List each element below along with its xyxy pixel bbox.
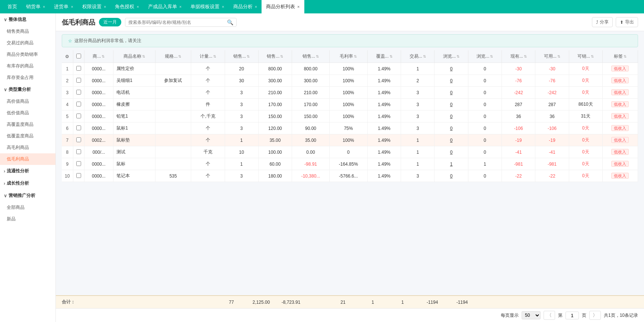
nav-home[interactable]: 首页 — [3, 0, 22, 13]
nav-sales-close[interactable]: × — [43, 4, 45, 9]
col-trade[interactable]: 交易...⇅ — [401, 50, 435, 63]
export-button[interactable]: ⬆ 导出 — [616, 17, 638, 27]
row-browse1[interactable]: 0 — [435, 63, 468, 75]
row-code: 0002... — [84, 134, 113, 146]
nav-role-close[interactable]: × — [137, 4, 139, 9]
sidebar-group-flow[interactable]: ›流通性分析 — [0, 165, 55, 177]
row-name[interactable]: 鼠标垫 — [113, 134, 155, 146]
sidebar-item-new-goods[interactable]: 新品 — [0, 213, 55, 225]
col-browse1[interactable]: 浏览...⇅ — [435, 50, 468, 63]
row-checkbox[interactable] — [76, 114, 81, 118]
nav-sales[interactable]: 销货单 × — [22, 0, 49, 13]
sidebar-group-overall[interactable]: ∨整体信息 — [0, 13, 55, 26]
row-name[interactable]: 吴细细1 — [113, 75, 155, 87]
nav-purchase-close[interactable]: × — [71, 4, 73, 9]
nav-template-close[interactable]: × — [222, 4, 224, 9]
col-sale2[interactable]: 销售...⇅ — [258, 50, 292, 63]
sidebar-item-high-coverage[interactable]: 高覆盖度商品 — [0, 119, 55, 130]
row-name[interactable]: 橡皮擦 — [113, 99, 155, 111]
col-tag[interactable]: 标签⇅ — [602, 50, 638, 63]
nav-analysis-list-close[interactable]: × — [297, 4, 299, 9]
sidebar-item-low-margin[interactable]: 低毛利商品 — [0, 153, 55, 165]
row-browse1[interactable]: 0 — [435, 87, 468, 99]
share-button[interactable]: ⤴ 分享 — [592, 17, 613, 27]
sidebar-item-low-coverage[interactable]: 低覆盖度商品 — [0, 130, 55, 142]
row-name[interactable]: 属性定价 — [113, 63, 155, 75]
sidebar-group-growth[interactable]: ›成长性分析 — [0, 177, 55, 189]
search-icon[interactable]: 🔍 — [227, 19, 233, 25]
row-checkbox[interactable] — [76, 102, 81, 106]
period-button[interactable]: 近一月 — [99, 18, 121, 26]
nav-analysis-list[interactable]: 商品分析列表 × — [262, 0, 304, 13]
row-no: 4 — [62, 99, 73, 111]
select-all-checkbox[interactable] — [76, 54, 81, 58]
col-stock2[interactable]: 可用...⇅ — [535, 50, 569, 63]
sidebar-item-high-value[interactable]: 高价值商品 — [0, 96, 55, 107]
col-coverage[interactable]: 覆盖...⇅ — [367, 50, 401, 63]
sidebar-item-low-value[interactable]: 低价值商品 — [0, 107, 55, 119]
row-browse1[interactable]: 0 — [435, 99, 468, 111]
nav-analysis-close[interactable]: × — [255, 4, 257, 9]
row-browse1[interactable]: 0 — [435, 122, 468, 134]
sidebar-item-in-stock[interactable]: 有库存的商品 — [0, 60, 55, 72]
nav-role[interactable]: 角色授权 × — [110, 0, 143, 13]
row-checkbox[interactable] — [76, 90, 81, 95]
row-checkbox[interactable] — [76, 137, 81, 142]
col-margin[interactable]: 毛利率⇅ — [329, 50, 367, 63]
row-browse1[interactable]: 0 — [435, 170, 468, 182]
sidebar-item-capital[interactable]: 库存资金占用 — [0, 72, 55, 83]
row-browse1[interactable]: 0 — [435, 134, 468, 146]
nav-permission-close[interactable]: × — [104, 4, 106, 9]
col-browse2[interactable]: 浏览...⇅ — [468, 50, 502, 63]
row-browse1[interactable]: 1 — [435, 158, 468, 170]
col-sale3[interactable]: 销售...⇅ — [292, 50, 330, 63]
row-unit: 个 — [191, 158, 225, 170]
row-browse1[interactable]: 0 — [435, 75, 468, 87]
nav-analysis[interactable]: 商品分析 × — [229, 0, 262, 13]
row-browse1[interactable]: 0 — [435, 146, 468, 158]
row-name[interactable]: 电话机 — [113, 87, 155, 99]
page-number-input[interactable] — [565, 312, 579, 319]
search-input[interactable] — [128, 20, 227, 25]
next-page-btn[interactable]: 〉 — [589, 311, 601, 320]
col-unit[interactable]: 计量...⇅ — [191, 50, 225, 63]
col-stock1[interactable]: 现有...⇅ — [502, 50, 535, 63]
prev-page-btn[interactable]: 〈 — [544, 311, 555, 320]
row-checkbox[interactable] — [76, 173, 81, 178]
row-checkbox[interactable] — [76, 125, 81, 130]
nav-permission[interactable]: 权限设置 × — [78, 0, 110, 13]
sidebar-item-high-margin[interactable]: 高毛利商品 — [0, 142, 55, 153]
row-checkbox[interactable] — [76, 78, 81, 83]
col-spec[interactable]: 规格...⇅ — [155, 50, 191, 63]
row-name[interactable]: 测试 — [113, 146, 155, 158]
nav-template[interactable]: 单据模板设置 × — [186, 0, 228, 13]
row-name[interactable]: 鼠标 — [113, 158, 155, 170]
col-code[interactable]: 商...⇅ — [84, 50, 113, 63]
sidebar-item-traded[interactable]: 交易过的商品 — [0, 37, 55, 49]
sidebar-group-marketing[interactable]: ∨营销推广分析 — [0, 189, 55, 202]
col-name[interactable]: 商品名称⇅ — [113, 50, 155, 63]
sidebar-item-category-rate[interactable]: 商品分类助销率 — [0, 49, 55, 60]
row-margin: 100% — [329, 111, 367, 122]
sidebar-group-type[interactable]: ∨类型量分析 — [0, 83, 55, 96]
row-name[interactable]: 铅笔1 — [113, 111, 155, 122]
sidebar-item-sales-goods[interactable]: 销售类商品 — [0, 26, 55, 37]
pagination-bar: 每页显示 50 100 200 〈 第 页 〉 共1页，10条记录 — [56, 308, 644, 322]
row-cover: 3 — [401, 170, 435, 182]
col-sale1[interactable]: 销售...⇅ — [225, 50, 258, 63]
nav-product-entry[interactable]: 产成品入库单 × — [144, 0, 186, 13]
row-checkbox[interactable] — [76, 66, 81, 71]
row-browse1[interactable]: 0 — [435, 111, 468, 122]
row-name[interactable]: 笔记本 — [113, 170, 155, 182]
footer-empty6 — [306, 300, 328, 305]
row-checkbox[interactable] — [76, 161, 81, 166]
per-page-select[interactable]: 50 100 200 — [522, 311, 541, 319]
row-checkbox[interactable] — [76, 149, 81, 154]
nav-product-entry-close[interactable]: × — [179, 4, 182, 9]
nav-purchase[interactable]: 进货单 × — [49, 0, 77, 13]
row-name[interactable]: 鼠标1 — [113, 122, 155, 134]
footer-sale3: -8,723.91 — [276, 300, 306, 305]
sidebar-item-all-goods[interactable]: 全部商品 — [0, 202, 55, 213]
col-stock3[interactable]: 可销...⇅ — [569, 50, 602, 63]
col-settings[interactable]: ⚙ — [62, 50, 73, 63]
